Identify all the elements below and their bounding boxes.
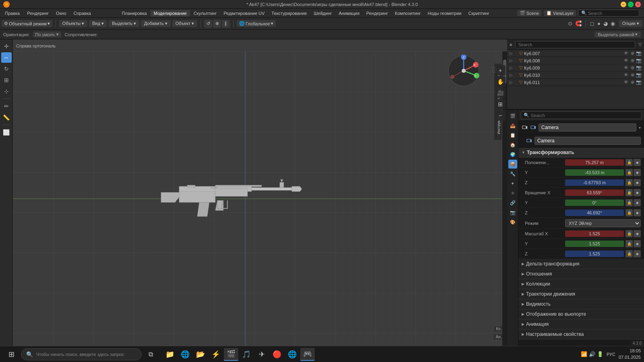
custom-props-section[interactable]: ▶ Настраиваемые свойства [518, 329, 644, 339]
cursor-icon-1[interactable]: ⊕ [631, 51, 634, 56]
zoom-in-button[interactable]: + [495, 65, 506, 76]
scale-y-value[interactable]: 1.525 [565, 241, 624, 247]
tool-measure[interactable]: 📏 [1, 112, 12, 123]
ws-tab-scripting[interactable]: Скриптинг [465, 10, 493, 16]
scale-y-anim-icon[interactable]: ◆ [634, 240, 641, 247]
rot-x-anim-icon[interactable]: ◆ [634, 189, 641, 196]
minimize-button[interactable]: − [621, 2, 626, 7]
proportional-icon[interactable]: ⊙ [567, 20, 573, 27]
eye-icon-4[interactable]: 👁 [624, 72, 628, 78]
orientation-selector[interactable]: По умолч. ▾ [33, 31, 62, 37]
outliner-row-ku6011[interactable]: ▷ ▽ Ку6.011 👁 ⊕ 📷 [507, 79, 644, 86]
tool-move[interactable]: ↔ [1, 52, 12, 63]
props-tab-object[interactable]: 📦 [508, 160, 517, 169]
taskbar-app-files[interactable]: 📂 [193, 348, 208, 361]
transform-icon-1[interactable]: ↺ [204, 20, 212, 28]
visibility-section[interactable]: ▶ Видимость [518, 299, 644, 309]
taskbar-app-browser[interactable]: ⚡ [208, 348, 223, 361]
header-search-input[interactable] [588, 11, 636, 16]
pos-z-lock-icon[interactable]: 🔒 [625, 179, 633, 186]
options-button[interactable]: Опции ▾ [619, 20, 642, 27]
select-mode-selector[interactable]: Выделить рамкой ▾ [594, 31, 641, 37]
props-tab-view-layer[interactable]: 📋 [508, 131, 517, 140]
scene-selector[interactable]: 🎬 Scene [517, 10, 541, 16]
eye-icon-1[interactable]: 👁 [624, 51, 628, 56]
taskbar-app-telegram[interactable]: ✈ [254, 348, 269, 361]
eye-icon-3[interactable]: 👁 [624, 65, 628, 70]
taskbar-language[interactable]: РУС [607, 352, 615, 357]
taskbar-datetime[interactable]: 18:05 07.01.2025 [619, 348, 641, 360]
pos-anim-icon[interactable]: ◆ [634, 159, 641, 166]
render-icon[interactable]: ◉ [610, 20, 616, 27]
outliner-row-ku6008[interactable]: ▷ ▽ Ку6.008 👁 ⊕ 📷 [507, 57, 644, 64]
render-icon-2[interactable]: 📷 [636, 58, 642, 63]
rotation-mode-select[interactable]: XYZ Эйлер [565, 219, 641, 227]
rot-z-value[interactable]: 46.692° [565, 210, 624, 216]
cursor-icon-2[interactable]: ⊕ [631, 58, 634, 63]
scale-z-lock-icon[interactable]: 🔒 [625, 250, 633, 257]
outliner-row-ku6007[interactable]: ▷ ▽ Ку6.007 👁 ⊕ 📷 [507, 50, 644, 57]
ws-tab-sculpting[interactable]: Скульптинг [190, 10, 220, 16]
render-icon-3[interactable]: 📷 [636, 65, 642, 70]
props-tab-particles[interactable]: ✦ [508, 179, 517, 188]
taskbar-search[interactable]: 🔍 Чтобы начать поиск, введите здесь запр… [21, 348, 142, 360]
transform-section-header[interactable]: ▼ Трансформировать [518, 148, 644, 158]
rot-z-anim-icon[interactable]: ◆ [634, 209, 641, 216]
scale-y-lock-icon[interactable]: 🔒 [625, 240, 633, 247]
props-tab-render[interactable]: 🎬 [508, 111, 517, 120]
props-tab-constraints[interactable]: 🔗 [508, 198, 517, 207]
toolbar-add[interactable]: Добавить ▾ [141, 20, 171, 27]
scale-z-anim-icon[interactable]: ◆ [634, 250, 641, 257]
eye-icon-2[interactable]: 👁 [624, 58, 628, 63]
tool-annotate[interactable]: ✏ [1, 101, 12, 111]
mode-selector[interactable]: ⚙ Объектный режим ▾ [2, 20, 52, 27]
eye-icon-5[interactable]: 👁 [624, 80, 628, 85]
outliner-search-input[interactable] [515, 41, 635, 48]
outliner-row-ku6010[interactable]: ▷ ▽ Ку6.010 👁 ⊕ 📷 [507, 72, 644, 79]
ws-tab-planning[interactable]: Планировка [119, 10, 150, 16]
tool-cursor[interactable]: ✛ [1, 41, 12, 51]
taskview-button[interactable]: ⧉ [143, 348, 158, 361]
menu-help[interactable]: Справка [70, 10, 94, 16]
axes-gizmo[interactable]: X Y Z [448, 55, 480, 87]
rot-y-anim-icon[interactable]: ◆ [634, 199, 641, 206]
scale-z-value[interactable]: 1.525 [565, 251, 624, 257]
tool-add-cube[interactable]: ⬜ [1, 127, 12, 138]
cursor-icon-3[interactable]: ⊕ [631, 65, 634, 70]
taskbar-app-explorer[interactable]: 📁 [163, 348, 177, 361]
toolbar-select[interactable]: Выделить ▾ [109, 20, 139, 27]
delta-section[interactable]: ▶ Дельта-трансформация [518, 259, 644, 269]
outliner-row-ku6009[interactable]: ▷ ▽ Ку6.009 👁 ⊕ 📷 [507, 64, 644, 72]
menu-pravka[interactable]: Правка [2, 10, 23, 16]
ws-tab-compositing[interactable]: Композитинг [392, 10, 424, 16]
tray-battery-icon[interactable]: 🔋 [597, 351, 603, 357]
render-icon-5[interactable]: 📷 [636, 80, 642, 85]
animation-section[interactable]: ▶ Анимация [518, 319, 644, 329]
toolbar-object[interactable]: Объект ▾ [172, 20, 198, 27]
pos-z-value[interactable]: -0.67793 m [565, 179, 624, 186]
props-tab-material[interactable]: 🎨 [508, 218, 517, 226]
global-local-selector[interactable]: 🌐 Глобальное ▾ [237, 20, 276, 27]
paths-section[interactable]: ▶ Траектории движения [518, 289, 644, 299]
pos-x-value[interactable]: 75.257 m [565, 159, 624, 166]
viewlayer-selector[interactable]: 📋 ViewLayer [544, 10, 576, 16]
rot-y-lock-icon[interactable]: 🔒 [625, 199, 633, 206]
pos-lock-icon[interactable]: 🔒 [625, 159, 633, 166]
camera-data-name-field[interactable] [535, 137, 641, 145]
toolbar-view[interactable]: Вид ▾ [89, 20, 107, 27]
menu-window[interactable]: Окно [53, 10, 70, 16]
material-icon[interactable]: ◕ [603, 20, 609, 27]
render-icon-1[interactable]: 📷 [636, 51, 642, 56]
cursor-icon-5[interactable]: ⊕ [631, 80, 634, 85]
ws-tab-shading[interactable]: Шейдинг [310, 10, 335, 16]
tool-transform[interactable]: ⊹ [1, 86, 12, 97]
ws-tab-texturing[interactable]: Текстурирование [268, 10, 310, 16]
ws-tab-modeling[interactable]: Моделирование [151, 10, 190, 16]
tray-speaker-icon[interactable]: 🔊 [589, 351, 595, 357]
scale-x-lock-icon[interactable]: 🔒 [625, 230, 633, 237]
toolbar-objects[interactable]: Объекты ▾ [59, 20, 87, 27]
scale-x-anim-icon[interactable]: ◆ [634, 230, 641, 237]
rot-y-value[interactable]: 0° [565, 200, 624, 206]
wireframe-icon[interactable]: ◻ [589, 20, 595, 27]
pan-button[interactable]: ✋ [495, 76, 506, 87]
